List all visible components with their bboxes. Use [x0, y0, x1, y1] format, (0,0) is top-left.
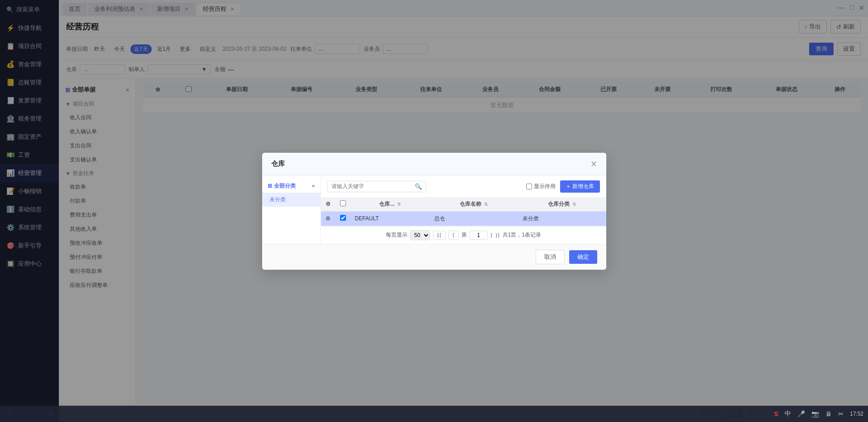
modal-overlay: 仓库 ✕ ⊞ 全部分类 « 未分类 [0, 0, 868, 422]
cancel-btn[interactable]: 取消 [536, 250, 565, 264]
modal-toolbar: 🔍 显示停用 ＋ 新增仓库 [321, 176, 606, 197]
modal-footer: 取消 确定 [262, 244, 606, 270]
modal-next-btn[interactable]: ⟩ [490, 232, 493, 238]
all-category-icon: ⊞ [268, 183, 272, 189]
modal-col-name: 仓库名称 ⇅ [430, 197, 518, 212]
modal-header-row: ⚙ 仓库... ⇅ 仓库名称 ⇅ [321, 197, 606, 212]
modal-col-category-label: 仓库分类 [548, 201, 570, 207]
show-disabled-text: 显示停用 [534, 183, 556, 190]
warehouse-modal: 仓库 ✕ ⊞ 全部分类 « 未分类 [262, 153, 606, 270]
modal-first-page-btn[interactable]: ⟨⟨ [433, 231, 446, 240]
modal-search-input[interactable] [331, 183, 413, 189]
modal-col-name-label: 仓库名称 [460, 201, 481, 207]
modal-search-box[interactable]: 🔍 [327, 181, 426, 192]
uncategorized-label: 未分类 [269, 196, 286, 203]
add-warehouse-btn[interactable]: ＋ 新增仓库 [560, 180, 599, 193]
modal-left-uncategorized[interactable]: 未分类 [262, 193, 321, 207]
taskbar-s-icon[interactable]: S [772, 409, 780, 418]
modal-prev-page-btn[interactable]: ⟨ [448, 231, 459, 240]
modal-last-btn[interactable]: ⟩⟩ [495, 232, 500, 238]
row-category: 未分类 [518, 211, 606, 226]
modal-table-row[interactable]: ⚙ DEFAULT 总仓 未分类 [321, 211, 606, 226]
taskbar-time: 17:52 [850, 411, 863, 417]
row-gear[interactable]: ⚙ [321, 211, 336, 226]
row-checkbox[interactable] [336, 211, 350, 226]
modal-search-icon: 🔍 [415, 183, 422, 190]
modal-right-panel: 🔍 显示停用 ＋ 新增仓库 [321, 176, 606, 244]
row-name: 总仓 [430, 211, 518, 226]
taskbar-scissors-icon[interactable]: ✂ [836, 409, 845, 418]
modal-total-info: 共1页，1条记录 [503, 231, 541, 239]
confirm-btn[interactable]: 确定 [569, 250, 597, 264]
show-disabled-label[interactable]: 显示停用 [526, 183, 556, 190]
modal-title: 仓库 [271, 160, 285, 168]
sort-category-icon[interactable]: ⇅ [572, 202, 576, 207]
modal-page-input[interactable] [470, 231, 488, 240]
modal-col-checkbox[interactable] [336, 197, 350, 212]
gear-icon: ⚙ [326, 201, 331, 207]
modal-select-all[interactable] [340, 200, 346, 206]
modal-left-collapse-btn[interactable]: « [312, 183, 315, 189]
sort-name-icon[interactable]: ⇅ [484, 202, 488, 207]
modal-col-category: 仓库分类 ⇅ [518, 197, 606, 212]
modal-pagination: 每页显示 50 ⟨⟨ ⟨ 第 ⟩ ⟩⟩ 共1页，1条记录 [321, 226, 606, 244]
modal-header: 仓库 ✕ [262, 153, 606, 176]
modal-close-btn[interactable]: ✕ [590, 159, 597, 169]
show-disabled-checkbox[interactable] [526, 184, 532, 189]
taskbar-monitor-icon[interactable]: 🖥 [824, 409, 834, 418]
modal-col-code: 仓库... ⇅ [350, 197, 430, 212]
taskbar-mic-icon[interactable]: 🎤 [796, 409, 807, 418]
modal-per-page-select[interactable]: 50 [410, 230, 430, 240]
taskbar-zhong-icon[interactable]: 中 [783, 409, 793, 419]
modal-left-panel: ⊞ 全部分类 « 未分类 [262, 176, 321, 244]
modal-col-gear[interactable]: ⚙ [321, 197, 336, 212]
modal-options: 显示停用 ＋ 新增仓库 [526, 180, 599, 193]
all-category-label[interactable]: 全部分类 [274, 182, 296, 190]
modal-body: ⊞ 全部分类 « 未分类 🔍 [262, 176, 606, 244]
row-code: DEFAULT [350, 211, 430, 226]
taskbar: S 中 🎤 📷 🖥 ✂ 17:52 [0, 406, 868, 422]
sort-code-icon[interactable]: ⇅ [397, 202, 401, 207]
row-gear-icon: ⚙ [326, 215, 331, 222]
modal-per-page-label: 每页显示 [386, 231, 408, 239]
modal-left-header: ⊞ 全部分类 « [262, 179, 321, 193]
row-select-checkbox[interactable] [340, 215, 346, 221]
modal-data-table: ⚙ 仓库... ⇅ 仓库名称 ⇅ [321, 197, 606, 226]
modal-page-label: 第 [461, 231, 467, 239]
modal-col-code-label: 仓库... [379, 201, 394, 207]
taskbar-camera-icon[interactable]: 📷 [810, 409, 821, 418]
modal-table-area: ⚙ 仓库... ⇅ 仓库名称 ⇅ [321, 197, 606, 226]
